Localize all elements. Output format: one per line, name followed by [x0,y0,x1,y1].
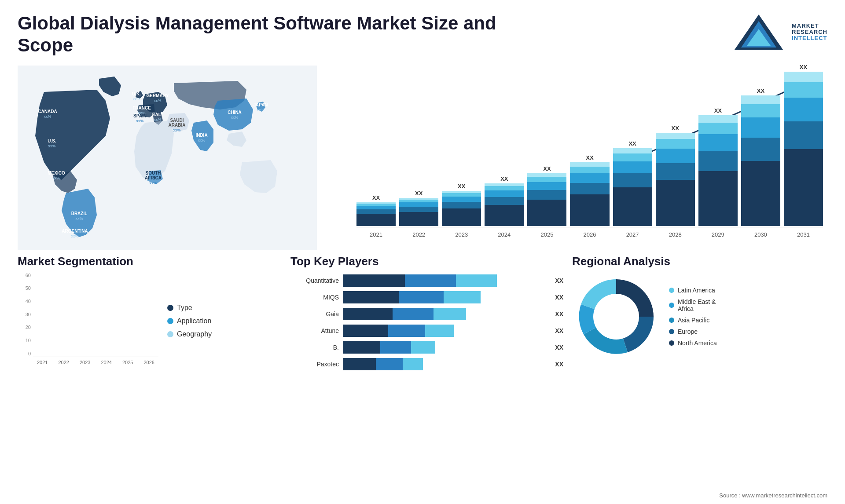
x-axis-labels: 2021 2022 2023 2024 2025 2026 2027 2028 … [356,231,823,238]
svg-text:xx%: xx% [149,181,157,185]
reg-label-mea: Middle East &Africa [678,298,716,312]
x-axis-line [356,227,823,227]
player-row-miqs: MIQS XX [290,291,563,303]
legend-label-type: Type [177,304,192,312]
legend-dot-type [167,305,173,311]
svg-text:CANADA: CANADA [38,109,57,114]
svg-text:U.S.: U.S. [48,139,56,143]
bar-label-2030: XX [757,88,764,94]
logo-text: MARKET RESEARCH INTELLECT [792,23,827,42]
reg-label-latin: Latin America [678,287,715,294]
world-map-svg: CANADA xx% U.S. xx% MEXICO xx% BRAZIL xx… [18,66,317,250]
legend-label-geography: Geography [177,330,212,338]
reg-legend-europe: Europe [669,328,717,335]
svg-text:AFRICA: AFRICA [145,175,162,180]
reg-legend-apac: Asia Pacific [669,317,717,324]
svg-text:CHINA: CHINA [228,110,242,115]
seg-chart-area: 60 50 40 30 20 10 0 [18,273,282,369]
logo: MARKET RESEARCH INTELLECT [730,12,827,52]
svg-point-38 [593,294,639,340]
legend-label-application: Application [177,317,211,325]
svg-text:ARABIA: ARABIA [169,123,186,128]
legend-type: Type [167,304,212,312]
player-value-paxotec: XX [555,361,563,368]
player-row-paxotec: Paxotec XX [290,358,563,370]
player-row-quantitative: Quantitative XX [290,274,563,287]
player-bar-paxotec [343,358,548,370]
regional-content: Latin America Middle East &Africa Asia P… [572,273,827,361]
player-value-gaia: XX [555,310,563,318]
player-bar-b [343,341,548,354]
reg-dot-latin [669,288,674,293]
svg-text:ITALY: ITALY [151,112,164,117]
player-name-paxotec: Paxotec [290,361,339,368]
regional-legend: Latin America Middle East &Africa Asia P… [669,287,717,347]
page-title: Global Dialysis Management Software Mark… [18,12,502,57]
bar-label-2021: XX [372,194,380,201]
reg-label-europe: Europe [678,328,698,335]
reg-legend-latin: Latin America [669,287,717,294]
player-row-b: B. XX [290,341,563,354]
bar-label-2024: XX [500,175,508,182]
bar-label-2031: XX [800,64,807,70]
svg-text:ARGENTINA: ARGENTINA [62,229,88,234]
svg-text:FRANCE: FRANCE [132,106,151,110]
svg-text:MEXICO: MEXICO [48,171,65,175]
bar-label-2027: XX [628,140,636,147]
legend-dot-geography [167,331,173,337]
player-bar-gaia [343,308,548,320]
reg-legend-na: North America [669,340,717,347]
player-name-attune: Attune [290,327,339,334]
reg-label-na: North America [678,340,717,347]
regional-section: Regional Analysis [572,255,827,375]
svg-text:SPAIN: SPAIN [133,113,147,118]
reg-dot-na [669,340,674,346]
bar-chart-section: XX XX [317,66,827,250]
logo-icon [730,12,787,52]
svg-text:xx%: xx% [173,128,180,132]
player-row-gaia: Gaia XX [290,308,563,320]
svg-text:xx%: xx% [71,234,78,238]
player-value-b: XX [555,344,563,351]
bar-label-2029: XX [714,107,722,114]
bar-label-2022: XX [415,190,422,197]
bar-label-2023: XX [458,183,465,190]
player-name-miqs: MIQS [290,294,339,301]
player-value-miqs: XX [555,294,563,301]
bar-label-2026: XX [586,154,593,161]
svg-text:U.K.: U.K. [132,91,141,96]
player-bar-miqs [343,291,548,303]
seg-legend: Type Application Geography [167,304,212,338]
svg-text:xx%: xx% [136,119,143,123]
svg-text:xx%: xx% [154,117,161,122]
svg-text:xx%: xx% [198,138,205,142]
world-map-section: CANADA xx% U.S. xx% MEXICO xx% BRAZIL xx… [18,66,317,250]
player-row-attune: Attune XX [290,325,563,337]
player-name-quantitative: Quantitative [290,277,339,284]
svg-text:xx%: xx% [48,144,55,148]
reg-dot-mea [669,303,674,308]
svg-text:INDIA: INDIA [195,133,207,138]
players-title: Top Key Players [290,255,563,268]
svg-text:xx%: xx% [44,114,51,119]
bar-label-2025: XX [543,165,551,172]
source-text: Source : www.marketresearchintellect.com [719,492,827,499]
reg-label-apac: Asia Pacific [678,317,709,324]
regional-title: Regional Analysis [572,255,827,268]
svg-text:GERMANY: GERMANY [146,93,169,98]
header: Global Dialysis Management Software Mark… [0,0,845,57]
donut-chart [572,273,660,361]
reg-dot-apac [669,318,674,323]
legend-dot-application [167,318,173,324]
svg-text:xx%: xx% [231,115,238,120]
svg-text:BRAZIL: BRAZIL [71,211,88,216]
legend-geography: Geography [167,330,212,338]
segmentation-section: Market Segmentation 60 50 40 30 20 10 0 [18,255,282,375]
main-content: CANADA xx% U.S. xx% MEXICO xx% BRAZIL xx… [0,66,845,250]
svg-text:SAUDI: SAUDI [170,118,184,123]
seg-bars: 60 50 40 30 20 10 0 [18,273,158,369]
bottom-sections: Market Segmentation 60 50 40 30 20 10 0 [0,250,845,383]
reg-dot-europe [669,329,674,334]
svg-text:JAPAN: JAPAN [253,102,268,107]
reg-legend-mea: Middle East &Africa [669,298,717,312]
